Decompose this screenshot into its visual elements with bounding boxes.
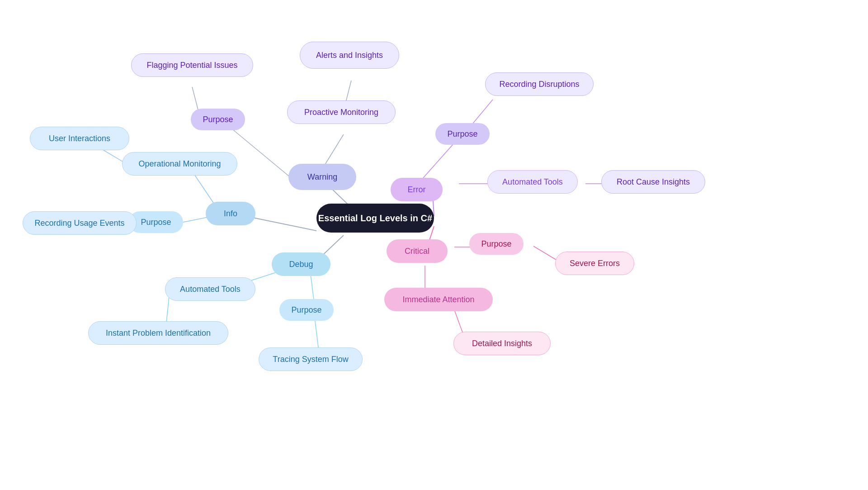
info-node: Info: [206, 202, 255, 225]
error-node: Error: [391, 178, 443, 201]
critical-node: Critical: [387, 239, 448, 263]
svg-line-19: [420, 140, 457, 181]
detailed-insights-node: Detailed Insights: [453, 332, 551, 355]
user-interactions-node: User Interactions: [30, 127, 129, 150]
center-node: Essential Log Levels in C#: [316, 204, 434, 233]
tracing-system-node: Tracing System Flow: [259, 347, 363, 371]
purpose-debug-node: Purpose: [279, 299, 334, 321]
operational-monitoring-node: Operational Monitoring: [122, 152, 237, 176]
root-cause-node: Root Cause Insights: [601, 170, 705, 194]
severe-errors-node: Severe Errors: [555, 252, 634, 275]
recording-disruptions-node: Recording Disruptions: [485, 72, 594, 96]
svg-line-5: [323, 134, 344, 167]
debug-node: Debug: [272, 252, 330, 276]
automated-tools-debug-node: Automated Tools: [165, 277, 255, 301]
immediate-attention-node: Immediate Attention: [384, 288, 493, 311]
purpose-info-node: Purpose: [129, 211, 183, 233]
svg-line-20: [470, 100, 493, 127]
purpose-error-node: Purpose: [435, 123, 490, 145]
purpose-critical-node: Purpose: [469, 233, 524, 255]
warning-node: Warning: [288, 164, 356, 190]
instant-problem-node: Instant Problem Identification: [88, 321, 228, 345]
purpose-warning-node: Purpose: [191, 109, 245, 130]
alerts-insights-node: Alerts and Insights: [300, 42, 399, 69]
automated-tools-error-node: Automated Tools: [487, 170, 578, 194]
recording-usage-node: Recording Usage Events: [23, 211, 137, 235]
proactive-monitoring-node: Proactive Monitoring: [287, 100, 396, 124]
flagging-issues-node: Flagging Potential Issues: [131, 53, 253, 77]
